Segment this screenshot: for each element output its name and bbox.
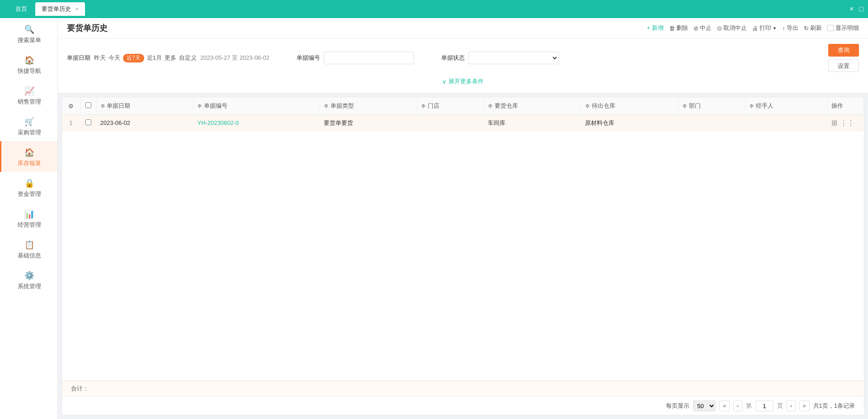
date-shortcut-yesterday[interactable]: 昨天 [94, 54, 106, 62]
top-bar: 首页 要货单历史 × × □ [0, 0, 868, 18]
sidebar-item-operations-label: 经营管理 [18, 221, 41, 229]
sidebar-item-search-menu[interactable]: 🔍 搜索菜单 [0, 18, 57, 49]
main-table: ⚙ ≑ 单据日期 ≑ 单据编号 ≑ 单据类型 [62, 97, 864, 131]
purchase-icon: 🛒 [24, 117, 34, 127]
sidebar-item-basic-info[interactable]: 📋 基础信息 [0, 233, 57, 264]
tab-home[interactable]: 首页 [9, 2, 33, 16]
stop-button[interactable]: ⊘ 中止 [693, 24, 712, 32]
export-button[interactable]: ↑ 导出 [783, 24, 799, 32]
row-pending-warehouse: 原材料仓库 [581, 115, 679, 131]
sidebar-item-system-label: 系统管理 [18, 282, 41, 290]
new-button[interactable]: + 新增 [646, 24, 663, 32]
row-view-icon[interactable]: ⊞ [831, 119, 837, 127]
tab-history[interactable]: 要货单历史 × [35, 2, 85, 16]
date-shortcuts: 昨天 今天 近7天 近1月 更多 自定义 [94, 54, 197, 62]
status-filter-group: 单据状态 [441, 52, 559, 64]
sidebar-item-quick-nav[interactable]: 🏠 快捷导航 [0, 49, 57, 80]
page-title: 要货单历史 [67, 23, 108, 33]
page-next-button[interactable]: › [787, 400, 796, 411]
expand-more-button[interactable]: ∨ 展开更多条件 [67, 76, 859, 87]
sidebar-item-inventory[interactable]: 🏠 库存核算 [0, 141, 57, 172]
print-icon: 🖨 [752, 25, 758, 32]
row-docnum: YH-20230602-0 [193, 115, 320, 131]
export-icon: ↑ [783, 25, 786, 32]
table-footer: 合计： [62, 381, 864, 396]
display-cell-button[interactable]: 显示明细 [827, 24, 859, 32]
col-handler[interactable]: ≑ 经手人 [745, 97, 828, 115]
page-size-label: 每页显示 [666, 402, 689, 410]
date-shortcut-1month[interactable]: 近1月 [147, 54, 162, 62]
col-store[interactable]: ≑ 门店 [417, 97, 484, 115]
row-checkbox[interactable] [85, 119, 91, 125]
docnum-filter-input[interactable] [324, 52, 414, 64]
row-operations: ⊞ ⋮⋮ [828, 115, 864, 131]
expand-more-icon: ∨ [442, 78, 447, 85]
query-button[interactable]: 查询 [828, 44, 859, 57]
row-dept [679, 115, 745, 131]
page-header: 要货单历史 + 新增 🗑 删除 ⊘ 中止 ⊙ 取消中止 🖨 打印 [58, 18, 868, 38]
page-size-select[interactable]: 50 100 [693, 400, 716, 411]
search-menu-icon: 🔍 [24, 24, 34, 34]
row-docnum-link[interactable]: YH-20230602-0 [197, 119, 239, 126]
date-shortcut-custom[interactable]: 自定义 [179, 54, 197, 62]
col-pending-warehouse[interactable]: ≑ 待出仓库 [581, 97, 679, 115]
col-checkbox [80, 97, 96, 115]
cancel-stop-icon: ⊙ [717, 25, 722, 32]
top-bar-right: × □ [849, 5, 863, 13]
settings-button[interactable]: 设置 [828, 59, 859, 72]
date-shortcut-today[interactable]: 今天 [108, 54, 120, 62]
finance-icon: 🔒 [24, 178, 34, 188]
table-wrapper: ⚙ ≑ 单据日期 ≑ 单据编号 ≑ 单据类型 [61, 97, 864, 415]
sales-icon: 📈 [24, 86, 34, 96]
sidebar-item-system[interactable]: ⚙️ 系统管理 [0, 264, 57, 295]
table-container: ⚙ ≑ 单据日期 ≑ 单据编号 ≑ 单据类型 [62, 97, 864, 381]
print-button[interactable]: 🖨 打印 ▼ [752, 24, 777, 32]
delete-icon: 🗑 [669, 25, 675, 32]
date-shortcut-7days[interactable]: 近7天 [123, 54, 144, 62]
sidebar-item-search-menu-label: 搜索菜单 [18, 36, 41, 44]
page-label: 第 [746, 402, 752, 410]
refresh-button[interactable]: ↻ 刷新 [804, 24, 822, 32]
tab-history-label: 要货单历史 [42, 5, 71, 13]
page-end-label: 页 [777, 402, 783, 410]
cancel-stop-button[interactable]: ⊙ 取消中止 [717, 24, 747, 32]
sidebar-item-finance[interactable]: 🔒 资金管理 [0, 172, 57, 203]
row-more-icon[interactable]: ⋮⋮ [840, 119, 854, 127]
sidebar-item-quick-nav-label: 快捷导航 [18, 67, 41, 75]
page-first-button[interactable]: « [719, 400, 730, 411]
tab-close-icon[interactable]: × [75, 6, 79, 12]
window-maximize-btn[interactable]: □ [859, 5, 863, 13]
sidebar-item-operations[interactable]: 📊 经营管理 [0, 203, 57, 233]
col-operation: 操作 [828, 97, 864, 115]
row-docdate: 2023-06-02 [96, 115, 193, 131]
page-input[interactable] [755, 400, 774, 411]
col-docnum[interactable]: ≑ 单据编号 [193, 97, 320, 115]
sidebar-item-purchase[interactable]: 🛒 采购管理 [0, 110, 57, 141]
pagination-bar: 每页显示 50 100 « ‹ 第 页 › » 共1页，1条记录 [62, 396, 864, 415]
filter-area: 单据日期 昨天 今天 近7天 近1月 更多 自定义 2023-05-27 至 2… [58, 38, 868, 93]
table-row: 1 2023-06-02 YH-20230602-0 要货单要货 车间库 [62, 115, 864, 131]
delete-button[interactable]: 🗑 删除 [669, 24, 688, 32]
col-docdate[interactable]: ≑ 单据日期 [96, 97, 193, 115]
col-dept[interactable]: ≑ 部门 [679, 97, 745, 115]
col-settings[interactable]: ⚙ [62, 97, 80, 115]
window-close-btn[interactable]: × [849, 5, 854, 13]
col-doctype[interactable]: ≑ 单据类型 [320, 97, 417, 115]
sidebar-item-finance-label: 资金管理 [18, 190, 41, 198]
sidebar-item-inventory-label: 库存核算 [18, 159, 41, 167]
col-req-warehouse[interactable]: ≑ 要货仓库 [484, 97, 581, 115]
page-prev-button[interactable]: ‹ [733, 400, 742, 411]
date-range-display: 2023-05-27 至 2023-06-02 [200, 54, 269, 62]
page-last-button[interactable]: » [799, 400, 810, 411]
status-filter-select[interactable] [468, 52, 559, 64]
basic-info-icon: 📋 [24, 240, 34, 250]
date-shortcut-more[interactable]: 更多 [165, 54, 176, 62]
display-cell-checkbox [827, 25, 834, 31]
sidebar-item-sales[interactable]: 📈 销售管理 [0, 80, 57, 110]
row-checkbox-cell [80, 115, 96, 131]
row-doctype: 要货单要货 [320, 115, 417, 131]
select-all-checkbox[interactable] [85, 102, 91, 108]
table-body: 1 2023-06-02 YH-20230602-0 要货单要货 车间库 [62, 115, 864, 131]
table-header: ⚙ ≑ 单据日期 ≑ 单据编号 ≑ 单据类型 [62, 97, 864, 115]
tab-home-label: 首页 [15, 5, 27, 13]
